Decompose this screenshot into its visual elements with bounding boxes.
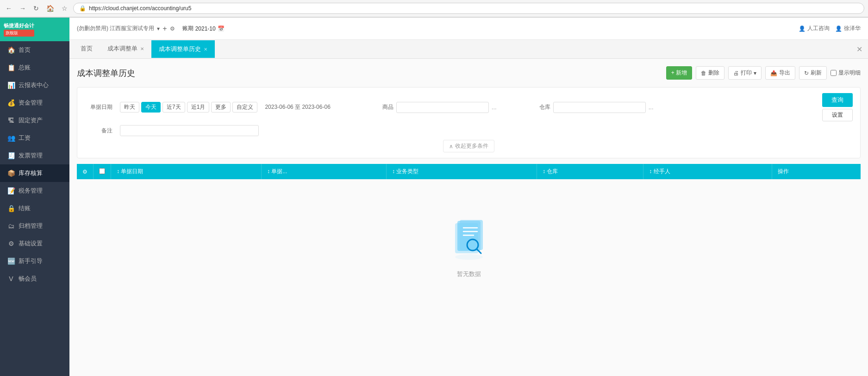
th-number-label: ↕ 单据... bbox=[267, 168, 287, 175]
filter-collapse: ∧ 收起更多条件 bbox=[85, 140, 853, 152]
add-company-icon[interactable]: + bbox=[162, 25, 167, 33]
show-cols-checkbox[interactable]: 显示明细 bbox=[831, 69, 861, 77]
back-button[interactable]: ← bbox=[4, 4, 14, 13]
top-header: (勿删勿禁用) 江西服宝测试专用 ▾ + ⚙ 账期 2021-10 📅 👤 人工… bbox=[69, 18, 868, 40]
tab-home[interactable]: 首页 bbox=[73, 40, 100, 58]
tab-cost-history[interactable]: 成本调整单历史 ✕ bbox=[151, 40, 215, 58]
home-button[interactable]: 🏠 bbox=[44, 4, 56, 13]
sidebar-item-payroll[interactable]: 👥工资 bbox=[0, 129, 69, 147]
toolbar-actions: + 新增 🗑 删除 🖨 打印 ▾ 📤 导出 ↻ bbox=[666, 66, 861, 80]
tab-cost-adjust-label: 成本调整单 bbox=[107, 44, 137, 53]
sidebar-item-guide[interactable]: 🆕新手引导 bbox=[0, 252, 69, 270]
delete-button[interactable]: 🗑 删除 bbox=[696, 66, 724, 80]
address-bar[interactable]: 🔒 https://cloud.chanjet.com/accounting/u… bbox=[73, 3, 864, 14]
print-dropdown-icon[interactable]: ▾ bbox=[754, 70, 756, 76]
th-date[interactable]: ↕ 单据日期 bbox=[111, 164, 262, 179]
yesterday-btn[interactable]: 昨天 bbox=[120, 102, 139, 113]
th-biz-type[interactable]: ↕ 业务类型 bbox=[386, 164, 537, 179]
company-dropdown-icon[interactable]: ▾ bbox=[157, 25, 160, 32]
logo-badge: 旗舰版 bbox=[4, 30, 34, 37]
main-content: (勿删勿禁用) 江西服宝测试专用 ▾ + ⚙ 账期 2021-10 📅 👤 人工… bbox=[69, 18, 868, 376]
settings-icon: ⚙ bbox=[7, 240, 15, 247]
select-all-checkbox[interactable] bbox=[99, 168, 105, 174]
sidebar-item-archive[interactable]: 🗂归档管理 bbox=[0, 217, 69, 235]
sidebar-item-invoice[interactable]: 🧾发票管理 bbox=[0, 147, 69, 164]
lock-icon: 🔒 bbox=[79, 5, 86, 12]
logo-content: 畅捷通好会计 旗舰版 bbox=[4, 22, 34, 37]
th-warehouse[interactable]: ↕ 仓库 bbox=[537, 164, 643, 179]
tab-home-label: 首页 bbox=[81, 44, 93, 53]
sidebar-item-reports[interactable]: 📊云报表中心 bbox=[0, 76, 69, 94]
export-button[interactable]: 📤 导出 bbox=[765, 66, 795, 80]
sidebar-item-settings[interactable]: ⚙基础设置 bbox=[0, 235, 69, 252]
close-all-btn[interactable]: ✕ bbox=[855, 45, 864, 54]
sidebar-item-tax[interactable]: 📝税务管理 bbox=[0, 182, 69, 200]
custom-btn[interactable]: 自定义 bbox=[232, 102, 257, 113]
warehouse-label: 仓库 bbox=[523, 103, 550, 111]
delete-label: 删除 bbox=[708, 69, 719, 77]
print-button[interactable]: 🖨 打印 ▾ bbox=[728, 66, 762, 80]
collapse-icon: ∧ bbox=[449, 143, 453, 150]
export-icon: 📤 bbox=[770, 70, 777, 76]
tab-cost-adjust[interactable]: 成本调整单 ✕ bbox=[100, 40, 151, 58]
reload-button[interactable]: ↻ bbox=[31, 4, 41, 13]
th-warehouse-label: ↕ 仓库 bbox=[543, 168, 558, 175]
tab-cost-history-label: 成本调整单历史 bbox=[159, 45, 201, 53]
sidebar-item-funds[interactable]: 💰资金管理 bbox=[0, 94, 69, 112]
company-name[interactable]: (勿删勿禁用) 江西服宝测试专用 bbox=[77, 25, 154, 32]
sidebar-item-inventory[interactable]: 📦库存核算 bbox=[0, 164, 69, 182]
today-btn[interactable]: 今天 bbox=[141, 102, 161, 113]
th-operator[interactable]: ↕ 经手人 bbox=[643, 164, 772, 179]
goods-dots[interactable]: ... bbox=[492, 104, 497, 111]
company-info: (勿删勿禁用) 江西服宝测试专用 ▾ + ⚙ bbox=[77, 25, 175, 33]
filter-area: 单据日期 昨天 今天 近7天 近1月 更多 自定义 2023-06-06 至 2… bbox=[77, 87, 861, 158]
sidebar-label-member: 畅会员 bbox=[19, 275, 37, 283]
th-number[interactable]: ↕ 单据... bbox=[262, 164, 387, 179]
show-cols-input[interactable] bbox=[831, 70, 837, 76]
sidebar-label-fixed-assets: 固定资产 bbox=[19, 116, 43, 125]
th-checkbox[interactable] bbox=[94, 164, 111, 179]
sidebar-item-member[interactable]: V畅会员 bbox=[0, 270, 69, 288]
sidebar-label-home: 首页 bbox=[19, 46, 31, 54]
notes-input[interactable] bbox=[120, 125, 259, 136]
sidebar-label-inventory: 库存核算 bbox=[19, 169, 43, 177]
collapse-btn[interactable]: ∧ 收起更多条件 bbox=[443, 140, 494, 152]
tab-cost-adjust-close[interactable]: ✕ bbox=[140, 46, 144, 51]
page-content: 成本调整单历史 + 新增 🗑 删除 🖨 打印 ▾ 📤 导出 bbox=[69, 59, 868, 376]
th-settings[interactable]: ⚙ bbox=[77, 164, 94, 179]
sidebar-item-home[interactable]: 🏠首页 bbox=[0, 41, 69, 59]
forward-button[interactable]: → bbox=[18, 4, 28, 13]
tab-cost-history-close[interactable]: ✕ bbox=[204, 47, 207, 52]
warehouse-dots[interactable]: ... bbox=[649, 104, 654, 111]
more-btn[interactable]: 更多 bbox=[211, 102, 231, 113]
warehouse-input[interactable] bbox=[553, 102, 646, 113]
calendar-icon[interactable]: 📅 bbox=[218, 25, 225, 32]
sidebar-label-reports: 云报表中心 bbox=[19, 81, 49, 89]
sidebar-item-closing[interactable]: 🔒结账 bbox=[0, 200, 69, 217]
add-button[interactable]: + 新增 bbox=[666, 66, 692, 80]
header-actions: 👤 人工咨询 👤 徐泽华 bbox=[799, 25, 861, 32]
query-button[interactable]: 查询 bbox=[822, 93, 853, 107]
settings-filter-button[interactable]: 设置 bbox=[822, 109, 853, 121]
home-icon: 🏠 bbox=[7, 46, 15, 54]
funds-icon: 💰 bbox=[7, 99, 15, 107]
goods-input[interactable] bbox=[396, 102, 489, 113]
week7-btn[interactable]: 近7天 bbox=[162, 102, 185, 113]
period-info: 账期 2021-10 📅 bbox=[182, 25, 225, 32]
refresh-icon: ↻ bbox=[804, 70, 809, 76]
empty-state: 暂无数据 bbox=[77, 179, 861, 315]
user-info[interactable]: 👤 徐泽华 bbox=[835, 25, 861, 32]
service-btn[interactable]: 👤 人工咨询 bbox=[799, 25, 830, 32]
sidebar-item-fixed-assets[interactable]: 🏗固定资产 bbox=[0, 112, 69, 129]
bookmark-button[interactable]: ☆ bbox=[60, 4, 69, 13]
tax-icon: 📝 bbox=[7, 187, 15, 194]
sidebar-item-ledger[interactable]: 📋总账 bbox=[0, 59, 69, 76]
refresh-button[interactable]: ↻ 刷新 bbox=[799, 66, 827, 80]
service-icon: 👤 bbox=[799, 25, 806, 32]
invoice-icon: 🧾 bbox=[7, 152, 15, 159]
settings-icon[interactable]: ⚙ bbox=[170, 25, 175, 32]
th-biz-type-label: ↕ 业务类型 bbox=[392, 168, 418, 175]
app-container: 畅捷通好会计 旗舰版 🏠首页📋总账📊云报表中心💰资金管理🏗固定资产👥工资🧾发票管… bbox=[0, 18, 868, 376]
month1-btn[interactable]: 近1月 bbox=[187, 102, 210, 113]
date-range-display: 2023-06-06 至 2023-06-06 bbox=[265, 103, 330, 111]
